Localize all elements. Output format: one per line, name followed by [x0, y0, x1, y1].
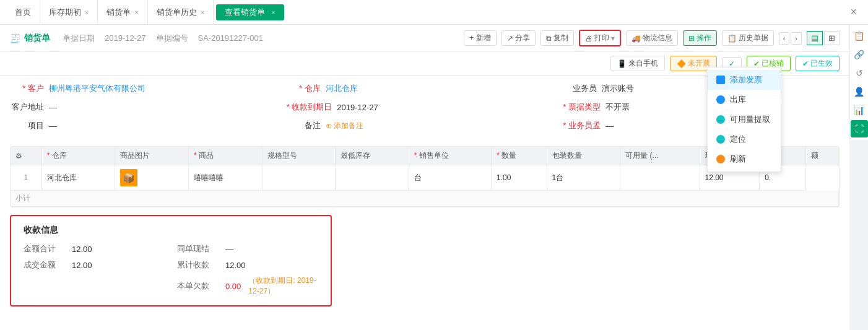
tab-sales-label: 销货单: [106, 7, 131, 18]
tab-view-sales-close[interactable]: ×: [271, 9, 275, 16]
dropdown-refresh[interactable]: 刷新: [708, 149, 781, 169]
dropdown-add-invoice[interactable]: 添加发票: [708, 70, 781, 90]
already-effective-button[interactable]: ✔ 已生效: [796, 56, 840, 71]
col-unit: 销售单位: [409, 147, 491, 165]
tab-sales-history-close[interactable]: ×: [201, 9, 204, 16]
row-product-img: 📦: [115, 165, 189, 191]
tab-inventory[interactable]: 库存期初 ×: [40, 0, 98, 25]
notes-field: 备注 ⊕ 添加备注: [287, 120, 563, 131]
sidebar-icon-4[interactable]: 👤: [851, 83, 868, 100]
warehouse-field: * 仓库 河北仓库: [287, 83, 563, 94]
from-phone-button[interactable]: 📱 来自手机: [610, 56, 665, 71]
refresh-icon: [716, 155, 725, 163]
locate-icon: [716, 135, 725, 144]
invoice-value: 不开票: [605, 102, 680, 113]
print-dropdown-arrow: ▾: [611, 34, 615, 43]
row-unit: 台: [409, 165, 491, 191]
col-available: 可用量 (...: [620, 147, 700, 165]
copy-label: 复制: [553, 33, 568, 43]
customer-field: * 客户 柳州粤港平安气体有限公司: [10, 83, 287, 94]
doc-actions: + 新增 ↗ 分享 ⧉ 复制 🖨 打印 ▾ 🚚 物流信息: [464, 30, 840, 46]
same-order-label: 同单现结: [177, 243, 220, 254]
new-button[interactable]: + 新增: [464, 30, 496, 46]
employee-value: 演示账号: [602, 83, 676, 94]
view-list-button[interactable]: ▤: [807, 31, 823, 45]
row-spec: [262, 165, 336, 191]
biz-employee-field: * 业务员孟 —: [563, 120, 840, 131]
tab-sales-close[interactable]: ×: [134, 9, 138, 16]
due-date-field: * 收款到期日 2019-12-27: [287, 102, 563, 113]
tab-sales[interactable]: 销货单 ×: [98, 0, 147, 25]
col-product-img: 商品图片: [115, 147, 189, 165]
owed-value: 0.00: [225, 282, 241, 291]
project-field: 项目 —: [10, 120, 287, 131]
owed-row: 本单欠款 0.00 （收款到期日: 2019-12-27）: [177, 276, 318, 297]
dropdown-outbound[interactable]: 出库: [708, 90, 781, 110]
cumulative-row: 累计收款 12.00: [177, 259, 318, 271]
dropdown-available-qty[interactable]: 可用量提取: [708, 110, 781, 129]
date-label: 单据日期: [63, 33, 95, 44]
add-note-button[interactable]: ⊕ 添加备注: [326, 121, 363, 131]
amount-total-value: 12.00: [72, 245, 92, 254]
from-phone-label: 来自手机: [628, 58, 658, 69]
row-qty: 1.00: [492, 165, 547, 191]
share-button[interactable]: ↗ 分享: [501, 30, 536, 46]
dropdown-locate[interactable]: 定位: [708, 129, 781, 149]
add-invoice-label: 添加发票: [730, 74, 762, 85]
sidebar-icon-2[interactable]: 🔗: [851, 46, 868, 63]
transaction-row: 成交金额 12.00: [24, 259, 165, 271]
row-product: 嘻嘻嘻嘻: [188, 165, 262, 191]
history-icon: 📋: [727, 34, 737, 43]
logistics-button[interactable]: 🚚 物流信息: [626, 30, 678, 46]
tab-home[interactable]: 首页: [6, 0, 40, 25]
already-effective-label: 已生效: [810, 58, 833, 69]
operations-icon: ⊞: [688, 34, 695, 43]
project-label: 项目: [10, 120, 44, 131]
product-image: 📦: [120, 169, 137, 186]
owed-label: 本单欠款: [177, 280, 220, 292]
print-button[interactable]: 🖨 打印 ▾: [579, 30, 621, 46]
same-order-row: 同单现结 —: [177, 243, 318, 254]
same-order-value: —: [225, 245, 233, 254]
address-value: —: [49, 103, 123, 112]
doc-info: 单据日期 2019-12-27 单据编号 SA-20191227-001: [63, 33, 451, 44]
copy-button[interactable]: ⧉ 复制: [540, 30, 574, 46]
sidebar-icon-6[interactable]: ⛶: [851, 120, 868, 137]
next-button[interactable]: ›: [791, 32, 802, 45]
doc-header: 🧾 销货单 单据日期 2019-12-27 单据编号 SA-20191227-0…: [0, 25, 849, 52]
outbound-label: 出库: [730, 94, 746, 105]
payment-title: 收款信息: [24, 225, 318, 236]
window-close-button[interactable]: ×: [845, 6, 862, 19]
col-settings[interactable]: ⚙: [11, 147, 41, 165]
tab-inventory-close[interactable]: ×: [85, 9, 89, 16]
right-sidebar: 📋 🔗 ↺ 👤 📊 ⛶: [849, 25, 868, 140]
tab-sales-history-label: 销货单历史: [157, 7, 197, 18]
amount-total-row: 金额合计 12.00: [24, 243, 165, 254]
number-value: SA-20191227-001: [198, 33, 264, 43]
tab-view-sales[interactable]: 查看销货单 ×: [216, 4, 284, 20]
notes-label: 备注: [287, 120, 321, 131]
project-value: —: [49, 121, 123, 131]
locate-label: 定位: [730, 134, 746, 145]
sidebar-icon-1[interactable]: 📋: [851, 27, 868, 45]
tab-bar: 首页 库存期初 × 销货单 × 销货单历史 × 查看销货单 × ×: [0, 0, 868, 25]
invoice-label: * 票据类型: [563, 102, 601, 113]
row-available: [620, 165, 700, 191]
col-min-stock: 最低库存: [336, 147, 409, 165]
history-button[interactable]: 📋 历史单据: [722, 30, 774, 46]
tab-sales-history[interactable]: 销货单历史 ×: [148, 0, 214, 25]
number-label: 单据编号: [156, 33, 188, 44]
col-amount: 额: [806, 147, 839, 165]
not-open-label: 未开票: [688, 58, 710, 69]
payment-section: 收款信息 金额合计 12.00 同单现结 — 成交金额 12.00 累计收款 1…: [10, 215, 332, 306]
address-field: 客户地址 —: [10, 102, 287, 113]
tab-view-sales-label: 查看销货单: [225, 7, 265, 18]
operations-button[interactable]: ⊞ 操作: [683, 30, 717, 46]
sidebar-icon-5[interactable]: 📊: [851, 102, 868, 119]
sidebar-icon-3[interactable]: ↺: [851, 64, 868, 82]
row-pack-qty: 1台: [547, 165, 620, 191]
doc-title-text: 销货单: [24, 33, 50, 44]
warehouse-value: 河北仓库: [326, 83, 400, 94]
prev-button[interactable]: ‹: [779, 32, 790, 45]
view-grid-button[interactable]: ⊞: [824, 31, 840, 45]
